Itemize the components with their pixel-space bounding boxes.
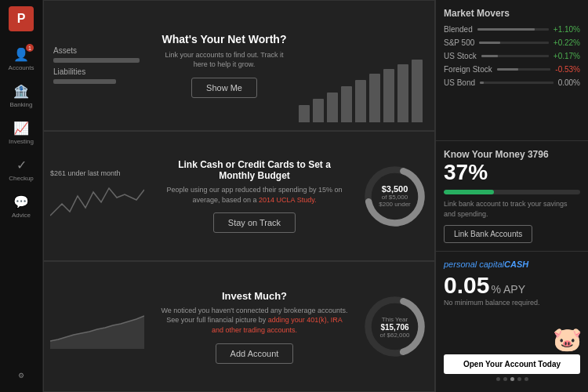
market-row-blended: Blended +1.10% (444, 25, 580, 34)
market-row-foreign: Foreign Stock -0.53% (444, 65, 580, 74)
market-value-blended: +1.10% (554, 25, 580, 34)
know-money-percentage: 37% (444, 160, 580, 185)
sidebar-bottom: ⚙ (15, 365, 27, 386)
budget-link[interactable]: 2014 UCLA Study. (259, 196, 316, 204)
invest-year-value: $15,706 (380, 322, 410, 331)
invest-donut: This Year $15,706 of $62,000 (361, 293, 428, 360)
market-bar-usstock (481, 55, 549, 57)
budget-title: Link Cash or Credit Cards to Set a Month… (160, 159, 349, 181)
sidebar-item-checkup[interactable]: ✓ Checkup (0, 151, 42, 188)
donut-under: $200 under (379, 201, 410, 208)
market-row-usbond: US Bond 0.00% (444, 78, 580, 87)
dot-4 (517, 377, 521, 381)
market-label-blended: Blended (444, 25, 473, 34)
market-value-sp500: +0.22% (554, 38, 580, 47)
invest-center: Invest Much? We noticed you haven't conn… (154, 284, 355, 370)
center-panels: Assets Liabilities What's Your Net Worth… (43, 0, 435, 392)
know-your-money: Know Your Money 3796 37% Link bank accou… (436, 141, 588, 252)
sidebar-item-banking[interactable]: 🏦 Banking (0, 78, 42, 114)
know-money-progress-bar (444, 190, 580, 194)
budget-donut: $3,500 of $5,000 $200 under (361, 163, 428, 230)
donut-of: of $5,000 (379, 194, 410, 201)
market-bar-sp500 (479, 42, 549, 44)
budget-description: People using our app reduced their spend… (160, 185, 349, 205)
open-account-button[interactable]: Open Your Account Today (444, 354, 580, 374)
pc-cash-no-min: No minimum balance required. (444, 299, 580, 308)
liabilities-bar (53, 79, 116, 84)
app-logo[interactable]: P (9, 6, 34, 31)
market-movers: Market Movers Blended +1.10% S&P 500 +0.… (436, 0, 588, 141)
chart-bar-1 (299, 105, 310, 122)
advice-icon: 💬 (13, 194, 29, 209)
chart-bar-7 (383, 69, 394, 122)
pc-cash-apy: 0.05 (444, 272, 489, 299)
know-money-description: Link bank account to track your savings … (444, 199, 580, 219)
sidebar-item-advice[interactable]: 💬 Advice (0, 188, 42, 225)
dot-5 (524, 377, 528, 381)
chart-bar-9 (412, 60, 423, 122)
chart-bar-5 (355, 80, 366, 122)
invest-title: Invest Much? (160, 290, 349, 302)
donut-value: $3,500 (379, 184, 410, 194)
networth-panel: Assets Liabilities What's Your Net Worth… (43, 0, 435, 131)
networth-subtitle: Link your accounts to find out. Track it… (160, 50, 289, 70)
settings-icon: ⚙ (18, 372, 24, 379)
pagination-dots (444, 374, 580, 384)
invest-year-label: This Year (380, 315, 410, 322)
chart-bar-4 (341, 86, 352, 122)
networth-left-info: Assets Liabilities (44, 38, 154, 92)
market-row-usstock: US Stock +0.17% (444, 52, 580, 60)
banking-icon: 🏦 (13, 84, 29, 99)
market-label-foreign: Foreign Stock (444, 65, 492, 74)
market-value-usstock: +0.17% (554, 52, 580, 60)
invest-left (44, 296, 154, 358)
market-bar-blended (477, 28, 549, 31)
market-row-sp500: S&P 500 +0.22% (444, 38, 580, 47)
stay-on-track-button[interactable]: Stay on Track (213, 212, 296, 233)
know-money-title: Know Your Money 3796 (444, 149, 580, 160)
budget-left: $261 under last month (44, 163, 154, 230)
main-content: Assets Liabilities What's Your Net Worth… (43, 0, 588, 392)
add-account-button[interactable]: Add Account (216, 343, 294, 364)
market-bar-usbond (480, 82, 554, 84)
right-panel: Market Movers Blended +1.10% S&P 500 +0.… (435, 0, 588, 392)
sidebar: P 👤1 Accounts 🏦 Banking 📈 Investing ✓ Ch… (0, 0, 43, 392)
market-label-usbond: US Bond (444, 78, 475, 87)
invest-year-sub: of $62,000 (380, 331, 410, 338)
sidebar-item-settings[interactable]: ⚙ (15, 365, 27, 386)
budget-donut-area: $3,500 of $5,000 $200 under (355, 157, 434, 236)
budget-sparkline (50, 180, 144, 223)
networth-center: What's Your Net Worth? Link your account… (154, 27, 295, 104)
invest-panel: Invest Much? We noticed you haven't conn… (43, 261, 435, 392)
pc-cash-apy-suffix: % APY (491, 283, 525, 296)
invest-description: We noticed you haven't connected any bro… (160, 306, 349, 336)
invest-chart (50, 302, 144, 349)
accounts-icon: 👤1 (13, 47, 29, 62)
sidebar-item-investing[interactable]: 📈 Investing (0, 114, 42, 151)
piggy-icon: 🐷 (553, 325, 582, 353)
dot-1 (496, 377, 500, 381)
market-label-sp500: S&P 500 (444, 38, 474, 47)
chart-bar-6 (369, 74, 380, 122)
link-bank-button[interactable]: Link Bank Accounts (444, 225, 532, 243)
market-value-usbond: 0.00% (558, 78, 580, 87)
market-bar-foreign (497, 68, 551, 71)
dot-2 (503, 377, 507, 381)
budget-center: Link Cash or Credit Cards to Set a Month… (154, 153, 355, 239)
invest-donut-area: This Year $15,706 of $62,000 (355, 287, 434, 366)
chart-bar-2 (313, 99, 324, 122)
content-area: Assets Liabilities What's Your Net Worth… (43, 0, 588, 392)
assets-bar (53, 58, 140, 63)
dot-3 (510, 377, 514, 381)
assets-label: Assets (53, 46, 144, 55)
pc-cash-brand: personal capitalCASH (444, 260, 580, 269)
networth-title: What's Your Net Worth? (160, 33, 289, 45)
investing-icon: 📈 (13, 121, 29, 136)
market-value-foreign: -0.53% (555, 65, 580, 74)
market-label-usstock: US Stock (444, 52, 477, 60)
show-me-button[interactable]: Show Me (191, 78, 257, 98)
sidebar-item-accounts[interactable]: 👤1 Accounts (0, 41, 42, 78)
networth-chart (295, 1, 434, 130)
under-label: $261 under last month (50, 169, 147, 177)
pc-cash-panel: personal capitalCASH 0.05 % APY No minim… (436, 252, 588, 392)
